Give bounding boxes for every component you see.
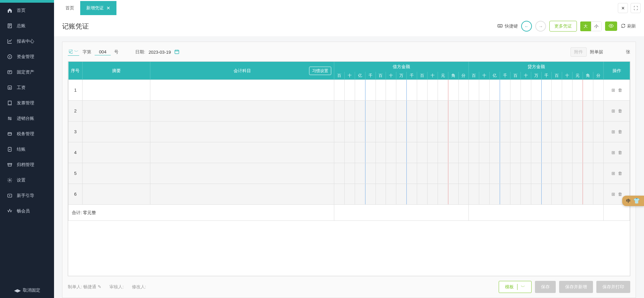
cell-debit-digit[interactable]	[438, 101, 448, 121]
preview-button[interactable]	[605, 21, 617, 31]
tab-new-voucher[interactable]: 新增凭证 ✕	[80, 1, 116, 15]
cell-debit-digit[interactable]	[417, 184, 428, 205]
add-row-icon[interactable]: ⊞	[611, 171, 615, 176]
cell-debit-digit[interactable]	[376, 184, 386, 205]
prev-voucher-button[interactable]: ←	[521, 21, 532, 32]
cell-credit-digit[interactable]	[573, 121, 583, 142]
cell-debit-digit[interactable]	[458, 142, 469, 163]
cell-debit-digit[interactable]	[407, 142, 417, 163]
sidebar-item-reports[interactable]: 报表中心	[0, 34, 54, 49]
cell-credit-digit[interactable]	[531, 101, 541, 121]
cell-debit-digit[interactable]	[427, 142, 438, 163]
delete-row-icon[interactable]: 🗑	[618, 88, 622, 93]
cell-debit-digit[interactable]	[427, 80, 438, 101]
cell-credit-digit[interactable]	[521, 101, 531, 121]
cell-summary[interactable]	[83, 80, 150, 101]
sidebar-item-salary[interactable]: 工资	[0, 80, 54, 95]
cell-debit-digit[interactable]	[448, 142, 458, 163]
cell-credit-digit[interactable]	[541, 184, 552, 205]
cell-credit-digit[interactable]	[469, 184, 479, 205]
cell-debit-digit[interactable]	[344, 101, 355, 121]
cell-debit-digit[interactable]	[396, 121, 407, 142]
cell-credit-digit[interactable]	[573, 184, 583, 205]
cell-debit-digit[interactable]	[458, 101, 469, 121]
cell-credit-digit[interactable]	[469, 142, 479, 163]
sidebar-item-settings[interactable]: 设置	[0, 172, 54, 188]
cell-debit-digit[interactable]	[458, 121, 469, 142]
cell-credit-digit[interactable]	[531, 80, 541, 101]
cell-debit-digit[interactable]	[458, 184, 469, 205]
cell-debit-digit[interactable]	[376, 142, 386, 163]
cell-credit-digit[interactable]	[552, 142, 562, 163]
cell-account[interactable]	[150, 163, 334, 184]
cell-credit-digit[interactable]	[490, 163, 500, 184]
cell-debit-digit[interactable]	[407, 184, 417, 205]
cell-debit-digit[interactable]	[417, 80, 428, 101]
cell-credit-digit[interactable]	[573, 80, 583, 101]
cell-credit-digit[interactable]	[531, 184, 541, 205]
cell-debit-digit[interactable]	[427, 184, 438, 205]
delete-row-icon[interactable]: 🗑	[618, 108, 622, 113]
cell-credit-digit[interactable]	[490, 101, 500, 121]
cell-credit-digit[interactable]	[479, 80, 490, 101]
cell-credit-digit[interactable]	[593, 121, 603, 142]
template-button[interactable]: 模板 ﹀	[499, 281, 532, 293]
cell-credit-digit[interactable]	[500, 121, 510, 142]
cell-debit-digit[interactable]	[458, 80, 469, 101]
cell-debit-digit[interactable]	[355, 121, 365, 142]
sidebar-item-funds[interactable]: ¥ 资金管理	[0, 49, 54, 64]
cell-summary[interactable]	[83, 142, 150, 163]
cell-debit-digit[interactable]	[344, 80, 355, 101]
cell-debit-digit[interactable]	[355, 80, 365, 101]
cell-debit-digit[interactable]	[386, 101, 396, 121]
voucher-type-select[interactable]: 记 ﹀	[68, 49, 79, 56]
cell-debit-digit[interactable]	[438, 121, 448, 142]
cell-debit-digit[interactable]	[365, 184, 376, 205]
cell-credit-digit[interactable]	[521, 121, 531, 142]
add-row-icon[interactable]: ⊞	[611, 192, 615, 197]
summary-input[interactable]	[84, 81, 149, 99]
cell-credit-digit[interactable]	[469, 163, 479, 184]
cell-credit-digit[interactable]	[541, 142, 552, 163]
cell-credit-digit[interactable]	[490, 80, 500, 101]
cell-debit-digit[interactable]	[386, 142, 396, 163]
save-new-button[interactable]: 保存并新增	[559, 281, 593, 293]
cell-debit-digit[interactable]	[386, 163, 396, 184]
cell-debit-digit[interactable]	[365, 80, 376, 101]
sidebar-item-invoice[interactable]: 发票管理	[0, 95, 54, 111]
cell-credit-digit[interactable]	[562, 80, 573, 101]
more-vouchers-button[interactable]: 更多凭证	[549, 21, 577, 32]
cell-debit-digit[interactable]	[376, 121, 386, 142]
habit-settings-button[interactable]: 习惯设置	[309, 66, 331, 75]
cell-debit-digit[interactable]	[334, 163, 345, 184]
cell-account[interactable]	[150, 80, 334, 101]
tab-home[interactable]: 首页	[59, 1, 80, 15]
sidebar-unpin[interactable]: ◀▶ 取消固定	[0, 283, 54, 298]
cell-credit-digit[interactable]	[500, 101, 510, 121]
cell-credit-digit[interactable]	[521, 184, 531, 205]
voucher-table-wrap[interactable]: 序号 摘要 会计科目 习惯设置 借方金额 贷方金额 操作 百十亿千百十万千	[68, 61, 630, 276]
cell-credit-digit[interactable]	[469, 80, 479, 101]
cell-credit-digit[interactable]	[541, 101, 552, 121]
cell-debit-digit[interactable]	[334, 184, 345, 205]
cell-credit-digit[interactable]	[490, 142, 500, 163]
cell-credit-digit[interactable]	[562, 101, 573, 121]
cell-summary[interactable]	[83, 163, 150, 184]
cell-debit-digit[interactable]	[417, 101, 428, 121]
sheet-count-input[interactable]	[606, 50, 623, 55]
cell-debit-digit[interactable]	[376, 101, 386, 121]
cell-credit-digit[interactable]	[500, 142, 510, 163]
close-icon[interactable]: ✕	[106, 5, 110, 11]
cell-credit-digit[interactable]	[573, 142, 583, 163]
add-row-icon[interactable]: ⊞	[611, 129, 615, 134]
cell-credit-digit[interactable]	[573, 101, 583, 121]
attachment-button[interactable]: 附件	[571, 47, 587, 57]
cell-credit-digit[interactable]	[469, 121, 479, 142]
cell-credit-digit[interactable]	[479, 184, 490, 205]
sidebar-item-assets[interactable]: 固定资产	[0, 64, 54, 80]
cell-credit-digit[interactable]	[510, 101, 521, 121]
cell-credit-digit[interactable]	[541, 121, 552, 142]
cell-credit-digit[interactable]	[469, 101, 479, 121]
cell-credit-digit[interactable]	[583, 163, 593, 184]
sidebar-item-inventory[interactable]: 进销台账	[0, 111, 54, 126]
